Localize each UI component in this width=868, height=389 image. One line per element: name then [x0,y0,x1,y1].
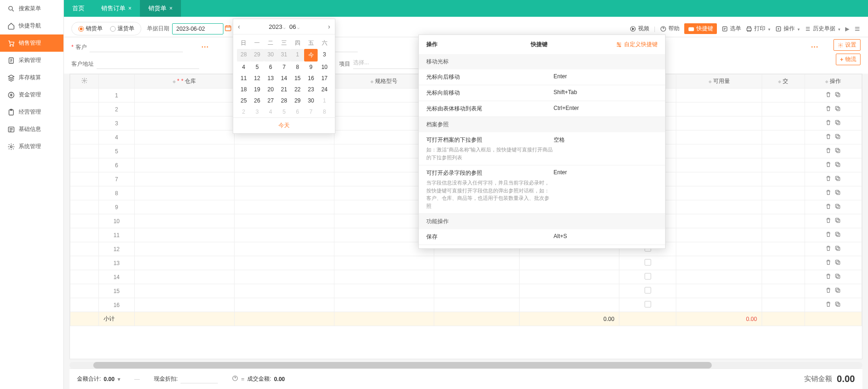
sidebar-item-0[interactable]: 搜索菜单 [0,0,63,17]
help-icon[interactable] [232,375,238,383]
dp-day[interactable]: 13 [264,73,278,84]
dp-day-next[interactable]: 1 [318,95,331,106]
delete-icon[interactable] [825,287,832,295]
dp-day[interactable]: 11 [237,73,250,84]
dp-day[interactable]: 27 [264,95,278,106]
logistics-button[interactable]: + 物流 [836,54,861,65]
col-header-9[interactable]: ◆交 [762,75,805,89]
delete-icon[interactable] [825,301,832,309]
radio-sale[interactable]: 销货单 [78,25,103,33]
delete-icon[interactable] [825,175,832,183]
help-button[interactable]: 帮助 [660,25,680,33]
dp-day[interactable]: 18 [237,84,250,95]
col-header-1[interactable] [99,75,134,89]
gift-checkbox[interactable] [645,273,651,280]
sidebar-item-1[interactable]: 快捷导航 [0,17,63,34]
dp-day[interactable]: 10 [318,61,331,73]
dp-day-next[interactable]: 5 [278,106,291,117]
dp-day-next[interactable]: 7 [304,106,318,117]
address-input[interactable] [97,59,199,69]
delete-icon[interactable] [825,133,832,141]
copy-icon[interactable] [834,175,841,183]
delete-icon[interactable] [825,231,832,239]
dp-day[interactable]: 25 [237,95,250,106]
col-header-8[interactable]: ◆可用量 [676,75,762,89]
customer-more-icon[interactable]: ··· [201,43,209,51]
gift-checkbox[interactable] [645,301,651,307]
dp-month[interactable]: 06 [289,23,299,30]
calendar-icon[interactable] [224,24,232,33]
hotkeys-button[interactable]: 快捷键 [684,23,717,34]
delete-icon[interactable] [825,161,832,169]
col-header-10[interactable]: ◆操作 [805,75,861,89]
dp-day[interactable]: 14 [278,73,291,84]
dp-day-prev[interactable]: 29 [250,49,264,61]
dp-day[interactable]: 12 [250,73,264,84]
copy-icon[interactable] [834,189,841,197]
table-row[interactable]: 14 [70,270,862,284]
copy-icon[interactable] [834,91,841,99]
sc-customize-button[interactable]: 自定义快捷键 [616,41,658,48]
dp-prev-icon[interactable]: ‹ [238,23,240,30]
col-header-0[interactable] [70,75,99,89]
sidebar-item-2[interactable]: 销售管理 [0,34,63,52]
table-row[interactable]: 15 [70,284,862,298]
discount-input[interactable] [181,375,218,383]
form-more-icon[interactable]: ··· [811,43,819,51]
copy-icon[interactable] [834,301,841,309]
dp-day-next[interactable]: 6 [291,106,304,117]
copy-icon[interactable] [834,105,841,113]
dp-day[interactable]: 29 [291,95,304,106]
dp-day-next[interactable]: 3 [250,106,264,117]
dp-day[interactable]: 9 [304,61,318,73]
delete-icon[interactable] [825,203,832,211]
copy-icon[interactable] [834,133,841,141]
dp-day-prev[interactable]: 30 [264,49,278,61]
copy-icon[interactable] [834,259,841,267]
delete-icon[interactable] [825,273,832,281]
dp-day[interactable]: 24 [318,84,331,95]
close-icon[interactable]: × [169,5,173,12]
copy-icon[interactable] [834,245,841,253]
tab-1[interactable]: 销售订单× [93,0,140,17]
dp-day[interactable]: 16 [304,73,318,84]
delete-icon[interactable] [825,245,832,253]
col-header-2[interactable]: ◆* 仓库 [134,75,234,89]
dp-day[interactable]: 4 [237,61,250,73]
history-button[interactable]: 历史单据 [805,25,840,33]
delete-icon[interactable] [825,259,832,267]
delete-icon[interactable] [825,147,832,155]
dp-day[interactable]: 26 [250,95,264,106]
dp-day[interactable]: 8 [291,61,304,73]
dp-day-next[interactable]: 8 [318,106,331,117]
settings-button[interactable]: 设置 [833,39,861,51]
tab-0[interactable]: 首页 [64,0,93,17]
sidebar-item-7[interactable]: 基础信息 [0,121,63,138]
table-row[interactable]: 16 [70,298,862,312]
sidebar-item-3[interactable]: 采购管理 [0,52,63,69]
delete-icon[interactable] [825,105,832,113]
sidebar-item-8[interactable]: 系统管理 [0,138,63,155]
dp-day-next[interactable]: 2 [237,106,250,117]
copy-icon[interactable] [834,217,841,225]
radio-return[interactable]: 退货单 [110,25,134,33]
sidebar-item-6[interactable]: 经营管理 [0,103,63,121]
dp-day[interactable]: 20 [264,84,278,95]
gift-checkbox[interactable] [645,287,651,293]
dp-year[interactable]: 2023 [269,23,285,30]
dp-day[interactable]: 19 [250,84,264,95]
gift-checkbox[interactable] [645,259,651,266]
copy-icon[interactable] [834,273,841,281]
dp-day[interactable]: 21 [278,84,291,95]
dp-day[interactable]: 1 [291,49,304,61]
dp-day[interactable]: 30 [304,95,318,106]
dp-day-prev[interactable]: 31 [278,49,291,61]
dp-day-next[interactable]: 4 [264,106,278,117]
horizontal-scrollbar[interactable] [69,362,862,369]
copy-icon[interactable] [834,147,841,155]
copy-icon[interactable] [834,161,841,169]
dp-day[interactable]: 3 [318,49,331,61]
dp-day[interactable]: 28 [278,95,291,106]
sidebar-item-5[interactable]: 资金管理 [0,86,63,103]
copy-icon[interactable] [834,287,841,295]
